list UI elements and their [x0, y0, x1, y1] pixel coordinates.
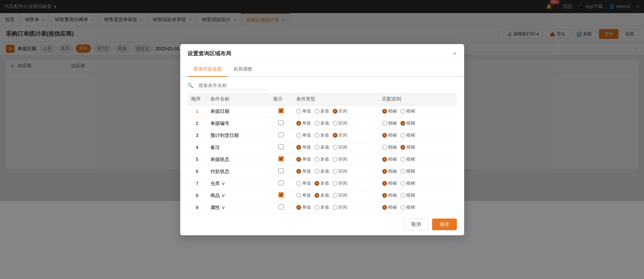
show-checkbox[interactable] — [278, 120, 284, 125]
search-icon: 🔍 — [187, 83, 193, 88]
type-option-单值[interactable]: 单值 — [296, 144, 311, 150]
row-show-checkbox[interactable] — [269, 165, 293, 177]
type-option-多值[interactable]: 多值 — [315, 168, 329, 174]
table-row: 3预计到货日期单值多值区间精确模糊 — [187, 129, 457, 141]
type-option-区间[interactable]: 区间 — [333, 168, 347, 174]
row-order: 1 — [187, 105, 207, 117]
row-show-checkbox[interactable] — [269, 141, 293, 153]
match-option-模糊[interactable]: 模糊 — [400, 120, 415, 126]
col-header-show: 显示 — [269, 93, 293, 106]
type-option-多值[interactable]: 多值 — [315, 192, 329, 199]
row-order: 2 — [187, 117, 207, 129]
table-scroll[interactable]: 顺序 条件名称 显示 条件类型 匹配原则 1单据日期单值多值区间精确模糊2单据编… — [187, 93, 457, 201]
modal-search: 🔍 — [180, 77, 464, 93]
show-checkbox[interactable] — [278, 192, 284, 197]
type-option-区间[interactable]: 区间 — [333, 192, 347, 199]
row-show-checkbox[interactable] — [269, 129, 293, 141]
row-condition-name: 预计到货日期 — [207, 129, 269, 141]
type-option-单值[interactable]: 单值 — [296, 168, 311, 174]
row-condition-name: 仓库 ∨ — [207, 177, 269, 189]
table-row: 6付款状态单值多值区间精确模糊 — [187, 165, 457, 177]
match-option-精确[interactable]: 精确 — [382, 144, 397, 150]
type-option-多值[interactable]: 多值 — [315, 108, 329, 114]
type-option-单值[interactable]: 单值 — [296, 180, 311, 186]
row-match-radios: 精确模糊 — [379, 129, 457, 141]
type-option-多值[interactable]: 多值 — [315, 132, 329, 138]
type-option-单值[interactable]: 单值 — [296, 120, 311, 126]
row-show-checkbox[interactable] — [269, 189, 293, 201]
search-input[interactable] — [195, 81, 268, 90]
row-type-radios: 单值多值区间 — [293, 105, 379, 117]
table-row: 1单据日期单值多值区间精确模糊 — [187, 105, 457, 117]
match-option-精确[interactable]: 精确 — [382, 192, 397, 199]
row-match-radios: 精确模糊 — [379, 153, 457, 165]
modal-tabs: 查询字段设置 布局调整 — [180, 62, 464, 77]
row-order: 8 — [187, 189, 207, 201]
table-row: 4备注单值多值区间精确模糊 — [187, 141, 457, 153]
modal-header: 设置查询区域布局 × — [180, 44, 464, 62]
row-show-checkbox[interactable] — [269, 177, 293, 189]
table-row: 2单据编号单值多值区间精确模糊 — [187, 117, 457, 129]
row-type-radios: 单值多值区间 — [293, 177, 379, 189]
match-option-模糊[interactable]: 模糊 — [400, 168, 415, 174]
type-option-单值[interactable]: 单值 — [296, 192, 311, 199]
show-checkbox[interactable] — [278, 144, 284, 149]
type-option-单值[interactable]: 单值 — [296, 108, 311, 114]
modal-close-button[interactable]: × — [453, 50, 457, 58]
col-header-match: 匹配原则 — [379, 93, 457, 106]
type-option-多值[interactable]: 多值 — [315, 180, 329, 186]
row-order: 3 — [187, 129, 207, 141]
match-option-模糊[interactable]: 模糊 — [400, 144, 415, 150]
row-match-radios: 精确模糊 — [379, 105, 457, 117]
modal-dialog: 设置查询区域布局 × 查询字段设置 布局调整 🔍 顺序 — [180, 44, 464, 201]
match-option-精确[interactable]: 精确 — [382, 168, 397, 174]
match-option-精确[interactable]: 精确 — [382, 180, 397, 186]
conditions-table: 顺序 条件名称 显示 条件类型 匹配原则 1单据日期单值多值区间精确模糊2单据编… — [187, 93, 457, 201]
row-order: 6 — [187, 165, 207, 177]
row-type-radios: 单值多值区间 — [293, 141, 379, 153]
row-show-checkbox[interactable] — [269, 117, 293, 129]
match-option-模糊[interactable]: 模糊 — [400, 108, 415, 114]
show-checkbox[interactable] — [278, 108, 284, 113]
row-condition-name: 付款状态 — [207, 165, 269, 177]
modal-overlay: 设置查询区域布局 × 查询字段设置 布局调整 🔍 顺序 — [0, 0, 644, 201]
row-type-radios: 单值多值区间 — [293, 129, 379, 141]
col-header-order: 顺序 — [187, 93, 207, 106]
modal-tab-query-fields[interactable]: 查询字段设置 — [187, 62, 228, 77]
table-row: 7仓库 ∨单值多值区间精确模糊 — [187, 177, 457, 189]
match-option-模糊[interactable]: 模糊 — [400, 156, 415, 162]
type-option-多值[interactable]: 多值 — [315, 144, 329, 150]
type-option-单值[interactable]: 单值 — [296, 156, 311, 162]
type-option-多值[interactable]: 多值 — [315, 120, 329, 126]
row-condition-name: 单据状态 — [207, 153, 269, 165]
match-option-模糊[interactable]: 模糊 — [400, 180, 415, 186]
row-show-checkbox[interactable] — [269, 105, 293, 117]
match-option-模糊[interactable]: 模糊 — [400, 132, 415, 138]
row-show-checkbox[interactable] — [269, 153, 293, 165]
row-condition-name: 商品 ∨ — [207, 189, 269, 201]
table-row: 8商品 ∨单值多值区间精确模糊 — [187, 189, 457, 201]
type-option-单值[interactable]: 单值 — [296, 132, 311, 138]
show-checkbox[interactable] — [278, 168, 284, 173]
type-option-区间[interactable]: 区间 — [333, 108, 347, 114]
match-option-精确[interactable]: 精确 — [382, 120, 397, 126]
match-option-精确[interactable]: 精确 — [382, 132, 397, 138]
show-checkbox[interactable] — [278, 180, 284, 185]
type-option-区间[interactable]: 区间 — [333, 180, 347, 186]
type-option-区间[interactable]: 区间 — [333, 144, 347, 150]
match-option-模糊[interactable]: 模糊 — [400, 192, 415, 199]
type-option-区间[interactable]: 区间 — [333, 132, 347, 138]
match-option-精确[interactable]: 精确 — [382, 108, 397, 114]
show-checkbox[interactable] — [278, 156, 284, 161]
match-option-精确[interactable]: 精确 — [382, 156, 397, 162]
table-row: 5单据状态单值多值区间精确模糊 — [187, 153, 457, 165]
show-checkbox[interactable] — [278, 132, 284, 137]
row-match-radios: 精确模糊 — [379, 141, 457, 153]
type-option-区间[interactable]: 区间 — [333, 120, 347, 126]
type-option-区间[interactable]: 区间 — [333, 156, 347, 162]
modal-title: 设置查询区域布局 — [187, 50, 231, 57]
row-condition-name: 单据日期 — [207, 105, 269, 117]
type-option-多值[interactable]: 多值 — [315, 156, 329, 162]
modal-tab-layout[interactable]: 布局调整 — [228, 62, 258, 77]
row-match-radios: 精确模糊 — [379, 177, 457, 189]
